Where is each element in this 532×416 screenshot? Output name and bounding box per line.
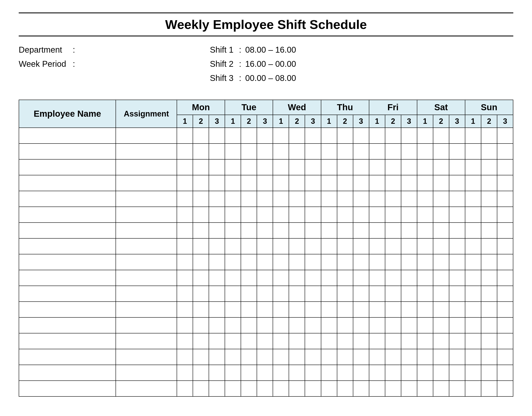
cell-shift[interactable]	[305, 207, 321, 223]
cell-shift[interactable]	[481, 349, 497, 365]
cell-shift[interactable]	[273, 381, 289, 396]
cell-shift[interactable]	[273, 254, 289, 270]
cell-shift[interactable]	[353, 159, 369, 175]
cell-shift[interactable]	[497, 238, 513, 254]
cell-assignment[interactable]	[116, 381, 177, 396]
cell-shift[interactable]	[193, 286, 209, 302]
cell-shift[interactable]	[289, 317, 305, 333]
cell-shift[interactable]	[209, 223, 225, 238]
cell-shift[interactable]	[257, 223, 273, 238]
cell-shift[interactable]	[369, 159, 385, 175]
cell-shift[interactable]	[385, 223, 401, 238]
cell-shift[interactable]	[193, 223, 209, 238]
cell-shift[interactable]	[481, 254, 497, 270]
cell-shift[interactable]	[241, 317, 257, 333]
cell-shift[interactable]	[321, 191, 337, 207]
cell-shift[interactable]	[337, 333, 353, 349]
cell-shift[interactable]	[177, 302, 193, 317]
cell-shift[interactable]	[305, 333, 321, 349]
cell-shift[interactable]	[257, 381, 273, 396]
cell-shift[interactable]	[465, 238, 481, 254]
cell-assignment[interactable]	[116, 238, 177, 254]
cell-shift[interactable]	[257, 349, 273, 365]
cell-assignment[interactable]	[116, 254, 177, 270]
cell-shift[interactable]	[273, 349, 289, 365]
cell-shift[interactable]	[465, 223, 481, 238]
cell-shift[interactable]	[433, 191, 449, 207]
cell-shift[interactable]	[241, 159, 257, 175]
cell-shift[interactable]	[225, 128, 241, 144]
cell-shift[interactable]	[353, 144, 369, 159]
cell-shift[interactable]	[465, 175, 481, 191]
cell-shift[interactable]	[305, 238, 321, 254]
cell-shift[interactable]	[417, 175, 433, 191]
cell-shift[interactable]	[177, 191, 193, 207]
cell-employee[interactable]	[19, 302, 116, 317]
cell-shift[interactable]	[209, 254, 225, 270]
cell-shift[interactable]	[449, 175, 465, 191]
cell-shift[interactable]	[321, 317, 337, 333]
cell-shift[interactable]	[289, 238, 305, 254]
cell-shift[interactable]	[193, 238, 209, 254]
cell-shift[interactable]	[497, 144, 513, 159]
cell-shift[interactable]	[225, 349, 241, 365]
cell-shift[interactable]	[369, 333, 385, 349]
cell-shift[interactable]	[193, 270, 209, 286]
cell-shift[interactable]	[481, 365, 497, 381]
cell-shift[interactable]	[209, 144, 225, 159]
cell-employee[interactable]	[19, 349, 116, 365]
cell-assignment[interactable]	[116, 302, 177, 317]
cell-shift[interactable]	[481, 238, 497, 254]
cell-shift[interactable]	[385, 381, 401, 396]
cell-shift[interactable]	[385, 175, 401, 191]
cell-shift[interactable]	[481, 144, 497, 159]
cell-shift[interactable]	[289, 349, 305, 365]
cell-shift[interactable]	[241, 128, 257, 144]
cell-shift[interactable]	[289, 175, 305, 191]
cell-shift[interactable]	[481, 207, 497, 223]
cell-shift[interactable]	[241, 365, 257, 381]
cell-shift[interactable]	[241, 191, 257, 207]
cell-employee[interactable]	[19, 159, 116, 175]
cell-shift[interactable]	[321, 286, 337, 302]
cell-shift[interactable]	[225, 223, 241, 238]
cell-shift[interactable]	[305, 175, 321, 191]
cell-shift[interactable]	[225, 238, 241, 254]
cell-shift[interactable]	[305, 128, 321, 144]
cell-shift[interactable]	[433, 302, 449, 317]
cell-shift[interactable]	[289, 302, 305, 317]
cell-shift[interactable]	[497, 223, 513, 238]
cell-shift[interactable]	[417, 128, 433, 144]
cell-shift[interactable]	[465, 270, 481, 286]
cell-shift[interactable]	[369, 254, 385, 270]
cell-shift[interactable]	[209, 270, 225, 286]
cell-shift[interactable]	[337, 286, 353, 302]
cell-shift[interactable]	[305, 191, 321, 207]
cell-shift[interactable]	[385, 349, 401, 365]
cell-shift[interactable]	[273, 270, 289, 286]
cell-shift[interactable]	[177, 159, 193, 175]
cell-shift[interactable]	[321, 349, 337, 365]
cell-shift[interactable]	[433, 317, 449, 333]
cell-shift[interactable]	[225, 144, 241, 159]
cell-shift[interactable]	[305, 254, 321, 270]
cell-shift[interactable]	[225, 175, 241, 191]
cell-shift[interactable]	[385, 317, 401, 333]
cell-shift[interactable]	[305, 365, 321, 381]
cell-shift[interactable]	[369, 238, 385, 254]
cell-shift[interactable]	[369, 349, 385, 365]
cell-shift[interactable]	[225, 286, 241, 302]
cell-shift[interactable]	[209, 207, 225, 223]
cell-shift[interactable]	[321, 333, 337, 349]
cell-shift[interactable]	[353, 270, 369, 286]
cell-shift[interactable]	[337, 207, 353, 223]
cell-shift[interactable]	[497, 175, 513, 191]
cell-shift[interactable]	[289, 207, 305, 223]
cell-shift[interactable]	[465, 365, 481, 381]
cell-shift[interactable]	[225, 191, 241, 207]
cell-shift[interactable]	[337, 254, 353, 270]
cell-shift[interactable]	[353, 365, 369, 381]
cell-shift[interactable]	[337, 365, 353, 381]
cell-shift[interactable]	[337, 381, 353, 396]
cell-shift[interactable]	[385, 128, 401, 144]
